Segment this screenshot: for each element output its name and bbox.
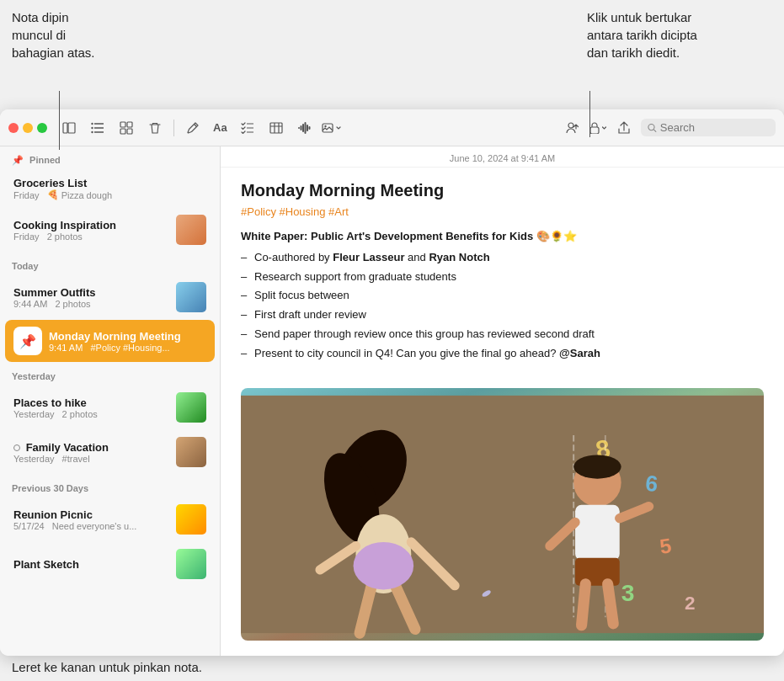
note-meta-groceries: Friday 🍕 Pizza dough [13, 189, 206, 200]
svg-point-7 [91, 130, 93, 132]
note-item-summer[interactable]: Summer Outfits 9:44 AM 2 photos [5, 275, 215, 319]
note-info-summer: Summer Outfits 9:44 AM 2 photos [13, 286, 169, 309]
note-item-hike[interactable]: Places to hike Yesterday 2 photos [5, 386, 215, 429]
note-info-plant: Plant Sketch [13, 558, 169, 571]
note-meta-family: Yesterday #travel [13, 454, 169, 464]
note-item-cooking[interactable]: Cooking Inspiration Friday 2 photos [5, 208, 215, 252]
search-box[interactable] [641, 119, 776, 136]
note-title-meeting: Monday Morning Meeting [49, 330, 206, 343]
svg-line-56 [608, 583, 614, 623]
note-meta-meeting: 9:41 AM #Policy #Housing... [49, 343, 206, 353]
family-thumbnail [176, 437, 206, 467]
svg-line-31 [654, 130, 656, 131]
note-item-family[interactable]: Family Vacation Yesterday #travel [5, 430, 215, 474]
svg-point-50 [573, 455, 621, 478]
chalk-scene-svg: 8 6 5 3 2 [241, 388, 764, 641]
previous-section-header: Previous 30 Days [0, 475, 220, 497]
svg-rect-29 [590, 127, 599, 134]
close-button[interactable] [8, 123, 19, 133]
annotation-line-right [589, 91, 590, 137]
today-section-header: Today [0, 253, 220, 274]
svg-text:2: 2 [685, 592, 696, 613]
summer-thumbnail [176, 282, 206, 312]
note-info-family: Family Vacation Yesterday #travel [13, 441, 169, 464]
svg-point-27 [324, 125, 326, 126]
picnic-thumbnail [176, 504, 206, 535]
sidebar: 📌 Pinned Groceries List Friday 🍕 Pizza d… [0, 146, 221, 656]
svg-line-12 [195, 124, 197, 126]
svg-rect-16 [270, 123, 282, 133]
note-item-meeting[interactable]: 📌 Monday Morning Meeting 9:41 AM #Policy… [5, 320, 215, 362]
separator-1 [173, 120, 174, 136]
yesterday-section-header: Yesterday [0, 363, 220, 385]
share-contacts-button[interactable] [561, 116, 584, 140]
paper-title: White Paper: Public Art's Development Be… [241, 228, 764, 246]
note-date-header[interactable]: June 10, 2024 at 9:41 AM [221, 146, 784, 168]
sidebar-toggle-button[interactable] [57, 116, 81, 140]
svg-point-6 [91, 126, 93, 128]
note-title-hike: Places to hike [13, 396, 169, 409]
note-title-picnic: Reunion Picnic [13, 508, 169, 521]
main-area: 📌 Pinned Groceries List Friday 🍕 Pizza d… [0, 146, 784, 656]
table-button[interactable] [264, 116, 288, 140]
list-view-button[interactable] [86, 116, 109, 140]
svg-rect-8 [120, 122, 125, 127]
traffic-lights [8, 123, 47, 133]
search-input[interactable] [660, 121, 769, 134]
note-title-plant: Plant Sketch [13, 558, 169, 571]
svg-rect-9 [127, 122, 132, 127]
minimize-button[interactable] [23, 123, 33, 133]
svg-rect-11 [127, 129, 132, 134]
active-pin-icon: 📌 [13, 327, 42, 355]
bullet-1: Co-authored by Fleur Lasseur and Ryan No… [241, 249, 764, 267]
note-info-picnic: Reunion Picnic 5/17/24 Need everyone's u… [13, 508, 169, 531]
note-item-groceries[interactable]: Groceries List Friday 🍕 Pizza dough [5, 170, 215, 207]
search-icon [648, 123, 657, 133]
note-title-cooking: Cooking Inspiration [13, 219, 169, 231]
note-meta-cooking: Friday 2 photos [13, 231, 169, 242]
note-item-plant[interactable]: Plant Sketch [5, 542, 215, 586]
share-button[interactable] [612, 116, 636, 140]
annotation-top-right: Klik untuk bertukar antara tarikh dicipt… [587, 8, 772, 61]
delete-button[interactable] [143, 116, 167, 140]
note-title-family: Family Vacation [13, 441, 169, 454]
note-meta-hike: Yesterday 2 photos [13, 409, 169, 419]
toolbar: Aa [0, 109, 784, 146]
note-info-cooking: Cooking Inspiration Friday 2 photos [13, 219, 169, 242]
compose-button[interactable] [181, 116, 205, 140]
svg-rect-0 [63, 123, 67, 133]
svg-point-28 [568, 123, 573, 128]
bullet-4: First draft under review [241, 306, 764, 324]
note-body: White Paper: Public Art's Development Be… [241, 228, 764, 363]
pinned-section-header: 📌 Pinned [0, 146, 220, 169]
bullet-list: Co-authored by Fleur Lasseur and Ryan No… [241, 249, 764, 363]
media-button[interactable] [322, 116, 342, 140]
plant-thumbnail [176, 549, 206, 579]
note-item-picnic[interactable]: Reunion Picnic 5/17/24 Need everyone's u… [5, 497, 215, 541]
maximize-button[interactable] [37, 123, 47, 133]
lock-button[interactable] [589, 116, 607, 140]
svg-text:3: 3 [621, 579, 635, 606]
annotation-line-left [59, 91, 60, 150]
note-info-groceries: Groceries List Friday 🍕 Pizza dough [13, 177, 206, 200]
grid-view-button[interactable] [115, 116, 138, 140]
hike-thumbnail [176, 392, 206, 423]
note-image: 8 6 5 3 2 [241, 388, 764, 641]
svg-line-55 [582, 583, 586, 625]
font-button[interactable]: Aa [210, 116, 231, 140]
note-detail: June 10, 2024 at 9:41 AM Monday Morning … [221, 146, 784, 656]
annotation-bottom: Leret ke kanan untuk pinkan nota. [12, 660, 202, 674]
note-content: Monday Morning Meeting #Policy #Housing … [221, 168, 784, 378]
checklist-button[interactable] [236, 116, 259, 140]
cooking-thumbnail [176, 215, 206, 245]
bullet-3: Split focus between [241, 287, 764, 305]
svg-rect-26 [323, 124, 333, 132]
note-info-hike: Places to hike Yesterday 2 photos [13, 396, 169, 419]
note-title-summer: Summer Outfits [13, 286, 169, 299]
svg-point-48 [354, 542, 414, 589]
note-tags: #Policy #Housing #Art [241, 205, 764, 218]
audio-button[interactable] [293, 116, 317, 140]
bullet-5: Send paper through review once this grou… [241, 326, 764, 343]
svg-point-5 [91, 122, 93, 124]
annotation-top-left: Nota dipin muncul di bahagian atas. [12, 8, 94, 61]
